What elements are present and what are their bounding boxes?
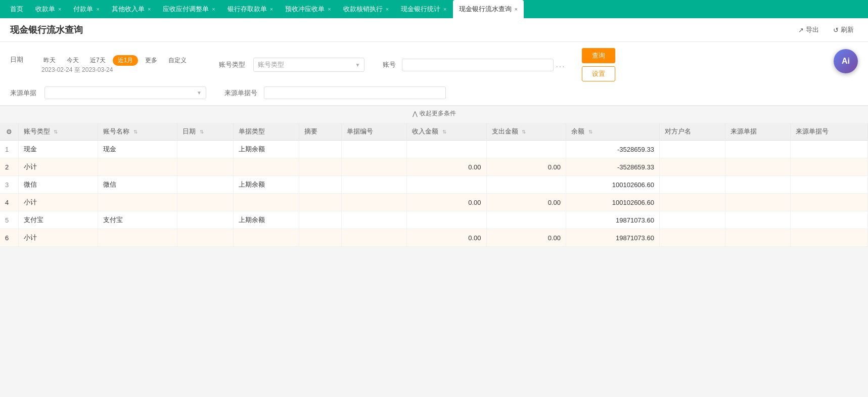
cell-income [407, 141, 486, 158]
date-filter-label: 日期 [10, 55, 35, 64]
page-header: 现金银行流水查询 ↗ 导出 ↺ 刷新 [0, 18, 868, 42]
cell-num: 5 [0, 211, 18, 229]
cell-doc-type: 上期余额 [234, 211, 299, 229]
cell-account-type: 支付宝 [18, 211, 98, 229]
nav-tab-2[interactable]: 其他收入单 × [106, 0, 157, 18]
nav-tab-1[interactable]: 付款单 × [67, 0, 105, 18]
nav-tab-4[interactable]: 银行存取款单 × [221, 0, 279, 18]
cell-source-doc [725, 229, 791, 247]
source-doc-num-label: 来源单据号 [224, 89, 260, 98]
col-date: 日期 ⇅ [177, 123, 234, 141]
header-actions: ↗ 导出 ↺ 刷新 [794, 23, 858, 36]
nav-tab-3[interactable]: 应收应付调整单 × [157, 0, 221, 18]
cell-summary [299, 158, 341, 176]
source-doc-select-text [49, 89, 197, 97]
cell-account-type: 小计 [18, 194, 98, 211]
nav-tab-7[interactable]: 现金银行统计 × [395, 0, 452, 18]
sort-date-icon[interactable]: ⇅ [200, 129, 204, 135]
col-source-doc-no: 来源单据号 [791, 123, 868, 141]
close-tab-5-icon[interactable]: × [328, 6, 331, 12]
col-gear[interactable]: ⚙ [0, 123, 18, 141]
source-doc-label: 来源单据 [10, 89, 40, 98]
nav-home[interactable]: 首页 [4, 0, 29, 18]
date-btn-7days[interactable]: 近7天 [86, 55, 110, 66]
date-btn-today[interactable]: 今天 [63, 55, 83, 66]
account-dots[interactable]: ... [556, 60, 565, 69]
nav-tab-6[interactable]: 收款核销执行 × [337, 0, 395, 18]
cell-source-doc [725, 194, 791, 211]
account-input[interactable] [402, 59, 554, 71]
account-type-select[interactable]: 账号类型 ▼ [253, 58, 364, 72]
cell-counterpart [659, 141, 725, 158]
close-tab-1-icon[interactable]: × [96, 6, 99, 12]
col-counterpart: 对方户名 [659, 123, 725, 141]
date-btn-yesterday[interactable]: 昨天 [39, 55, 60, 66]
export-button[interactable]: ↗ 导出 [794, 23, 823, 36]
close-tab-8-icon[interactable]: × [515, 6, 518, 12]
cell-doc-type: 上期余额 [234, 176, 299, 194]
cell-expense: 0.00 [486, 229, 566, 247]
cell-account-name [98, 229, 177, 247]
cell-date [177, 229, 234, 247]
nav-tab-0[interactable]: 收款单 × [29, 0, 67, 18]
date-btn-more[interactable]: 更多 [141, 55, 161, 66]
account-type-dropdown-icon: ▼ [355, 62, 360, 68]
cell-date [177, 211, 234, 229]
close-tab-2-icon[interactable]: × [148, 6, 151, 12]
sort-account-name-icon[interactable]: ⇅ [133, 129, 138, 135]
sort-account-type-icon[interactable]: ⇅ [54, 129, 58, 135]
date-btn-custom[interactable]: 自定义 [164, 55, 191, 66]
cell-account-type: 小计 [18, 229, 98, 247]
nav-tab-8[interactable]: 现金银行流水查询 × [453, 0, 524, 18]
cell-source-doc-no [791, 176, 868, 194]
cell-balance: 19871073.60 [566, 229, 659, 247]
cell-expense [486, 141, 566, 158]
sort-balance-icon[interactable]: ⇅ [588, 129, 592, 135]
cell-balance: 19871073.60 [566, 211, 659, 229]
refresh-button[interactable]: ↺ 刷新 [829, 23, 858, 36]
close-tab-6-icon[interactable]: × [386, 6, 389, 12]
query-button[interactable]: 查询 [582, 48, 615, 63]
data-table: ⚙ 账号类型 ⇅ 账号名称 ⇅ 日期 ⇅ 单据类型 摘要 [0, 123, 868, 247]
cell-doc-type [234, 194, 299, 211]
filter-row-source: 来源单据 ▼ 来源单据号 [10, 86, 858, 99]
cell-doc-type [234, 158, 299, 176]
sort-income-icon[interactable]: ⇅ [442, 129, 446, 135]
col-income: 收入金额 ⇅ [407, 123, 486, 141]
close-tab-0-icon[interactable]: × [58, 6, 61, 12]
cell-income: 0.00 [407, 158, 486, 176]
nav-tab-5[interactable]: 预收冲应收单 × [279, 0, 337, 18]
settings-button[interactable]: 设置 [582, 66, 615, 81]
cell-summary [299, 141, 341, 158]
cell-account-type: 现金 [18, 141, 98, 158]
date-btn-1month[interactable]: 近1月 [113, 55, 139, 66]
col-expense: 支出金额 ⇅ [486, 123, 566, 141]
table-row: 4小计0.000.00100102606.60 [0, 194, 868, 211]
cell-source-doc [725, 211, 791, 229]
account-type-select-text: 账号类型 [258, 60, 355, 69]
cell-source-doc-no [791, 158, 868, 176]
export-icon: ↗ [798, 26, 804, 34]
collapse-up-icon: ⋀ [413, 110, 418, 117]
collapse-bar[interactable]: ⋀ 收起更多条件 [0, 106, 868, 121]
ai-assistant-button[interactable]: Ai [834, 49, 858, 73]
cell-doc-no [341, 194, 407, 211]
table-header-row: ⚙ 账号类型 ⇅ 账号名称 ⇅ 日期 ⇅ 单据类型 摘要 [0, 123, 868, 141]
cell-doc-no [341, 158, 407, 176]
table-row: 1现金现金上期余额-3528659.33 [0, 141, 868, 158]
cell-expense [486, 211, 566, 229]
close-tab-4-icon[interactable]: × [270, 6, 273, 12]
account-type-label: 账号类型 [219, 60, 249, 69]
close-tab-7-icon[interactable]: × [443, 6, 446, 12]
cell-balance: -3528659.33 [566, 158, 659, 176]
cell-date [177, 194, 234, 211]
source-doc-select[interactable]: ▼ [44, 86, 206, 99]
cell-counterpart [659, 194, 725, 211]
date-shortcuts: 昨天 今天 近7天 近1月 更多 自定义 [39, 55, 191, 66]
sort-expense-icon[interactable]: ⇅ [522, 129, 526, 135]
close-tab-3-icon[interactable]: × [212, 6, 215, 12]
table-row: 3微信微信上期余额100102606.60 [0, 176, 868, 194]
account-label: 账号 [383, 60, 398, 69]
source-doc-num-input[interactable] [264, 86, 446, 99]
refresh-icon: ↺ [833, 26, 839, 34]
